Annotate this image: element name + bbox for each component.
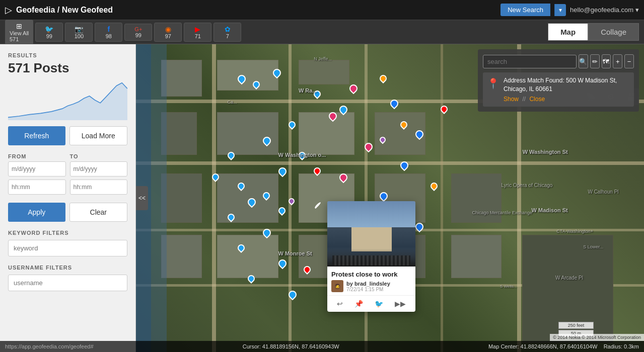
apply-button[interactable]: Apply [8, 203, 65, 222]
map-layers-button[interactable]: 🗺 [602, 54, 611, 68]
status-center: Map Center: 41.88248666N, 87.64016104W R… [488, 343, 639, 349]
panoramio-count: 97 [165, 33, 171, 39]
post-popup: Protest close to work 🧔 by brad_lindsley… [327, 201, 415, 312]
map-area[interactable]: << [136, 44, 644, 352]
to-date-input[interactable] [70, 161, 128, 177]
tab-instagram[interactable]: 📷 100 [65, 23, 93, 42]
post-popup-image [327, 201, 415, 267]
twitter-count: 99 [46, 33, 52, 39]
map-zoom-out-button[interactable]: − [624, 54, 634, 68]
popup-pin-button[interactable]: 📌 [351, 299, 366, 309]
address-info: Address Match Found: 500 W Madison St, C… [504, 76, 630, 103]
map-search-input[interactable] [483, 55, 577, 68]
logo-icon: ▷ [5, 5, 12, 16]
new-search-dropdown-button[interactable]: ▾ [554, 4, 566, 16]
username-value: brad_lindsley [354, 281, 390, 287]
keyword-input[interactable] [8, 240, 127, 256]
by-label: by [346, 281, 353, 287]
to-label: TO [70, 153, 128, 159]
results-label: RESULTS [8, 52, 127, 58]
tab-twitter[interactable]: 🐦 99 [35, 23, 63, 42]
results-count: 571 Posts [8, 60, 127, 76]
twitter-icon: 🐦 [45, 25, 53, 33]
tab-facebook[interactable]: f 98 [95, 23, 122, 42]
sidebar: RESULTS 571 Posts Refresh Load More FROM… [0, 44, 136, 352]
tab-view-all[interactable]: ⊞ View All571 [5, 20, 33, 45]
panoramio-icon: ◉ [165, 25, 171, 33]
from-date-input[interactable] [8, 161, 66, 177]
header-title: Geofeedia / New Geofeed [16, 6, 113, 15]
post-popup-user-info: by brad_lindsley 7/22/14 1:15 PM [346, 281, 390, 292]
address-separator: // [522, 96, 526, 103]
tab-google[interactable]: G+ 99 [124, 24, 152, 41]
date-labels: FROM TO [8, 153, 127, 159]
user-chevron-icon: ▾ [635, 6, 639, 14]
popup-reply-button[interactable]: ↩ [334, 299, 346, 309]
new-search-button[interactable]: New Search [500, 4, 550, 16]
viewall-count: View All571 [10, 30, 29, 42]
from-date-group [8, 161, 66, 195]
address-pin-icon: 📍 [487, 77, 499, 90]
to-date-group [70, 161, 128, 195]
address-show-link[interactable]: Show [504, 96, 519, 103]
status-cursor: Cursor: 41.88189156N, 87.64160943W [243, 343, 339, 349]
map-search-row: 🔍 ✏ 🗺 + − [483, 54, 634, 68]
facebook-icon: f [107, 25, 110, 33]
post-popup-title: Protest close to work [327, 267, 415, 280]
tab-youtube[interactable]: ▶ 71 [184, 23, 211, 42]
username-input[interactable] [8, 275, 127, 291]
popup-more-button[interactable]: ▶▶ [392, 299, 409, 309]
tab-bar: ⊞ View All571 🐦 99 📷 100 f 98 G+ 99 ◉ 97… [0, 20, 644, 44]
scale-250ft: 250 feet [558, 322, 594, 329]
user-email: hello@geofeedia.com [570, 6, 633, 14]
from-time-input[interactable] [8, 180, 66, 195]
popup-share-button[interactable]: 🐦 [372, 299, 386, 309]
action-buttons: Refresh Load More [8, 126, 127, 145]
address-close-link[interactable]: Close [529, 96, 545, 103]
instagram-count: 100 [75, 33, 84, 39]
map-draw-button[interactable]: ✏ [590, 54, 600, 68]
youtube-count: 71 [195, 33, 201, 39]
header-right: New Search ▾ hello@geofeedia.com ▾ [500, 4, 639, 16]
clear-button[interactable]: Clear [69, 203, 128, 222]
tab-panoramio[interactable]: ◉ 97 [154, 23, 182, 42]
activity-chart [8, 80, 127, 120]
address-text: Address Match Found: 500 W Madison St, C… [504, 76, 630, 94]
post-popup-username: by brad_lindsley [346, 281, 390, 287]
picasa-count: 7 [226, 33, 229, 39]
youtube-icon: ▶ [195, 25, 200, 33]
status-url: https://app.geofeedia.com/geofeed# [5, 343, 94, 349]
keyword-filters-label: KEYWORD FILTERS [8, 230, 127, 236]
address-match: 📍 Address Match Found: 500 W Madison St,… [483, 72, 634, 107]
protest-crowd-image [327, 201, 415, 267]
to-time-input[interactable] [70, 180, 128, 195]
from-label: FROM [8, 153, 66, 159]
username-filters-label: USERNAME FILTERS [8, 265, 127, 271]
main-tabs: Map Collage [548, 23, 639, 41]
load-more-button[interactable]: Load More [69, 126, 128, 145]
user-menu[interactable]: hello@geofeedia.com ▾ [570, 6, 639, 14]
google-icon: G+ [134, 26, 142, 32]
refresh-button[interactable]: Refresh [8, 126, 65, 145]
facebook-count: 98 [106, 33, 112, 39]
map-zoom-in-button[interactable]: + [613, 54, 622, 68]
tab-map[interactable]: Map [548, 23, 588, 41]
post-popup-avatar: 🧔 [331, 280, 343, 292]
apply-clear-row: Apply Clear [8, 203, 127, 222]
address-actions: Show // Close [504, 96, 630, 103]
viewall-icon: ⊞ [16, 22, 22, 30]
copyright-bar: © 2014 Nokia © 2014 Microsoft Corporatio… [550, 334, 644, 341]
content: RESULTS 571 Posts Refresh Load More FROM… [0, 44, 644, 352]
header-left: ▷ Geofeedia / New Geofeed [5, 5, 113, 16]
status-bar: https://app.geofeedia.com/geofeed# Curso… [0, 341, 644, 352]
tab-picasa[interactable]: ✿ 7 [213, 23, 241, 42]
collapse-sidebar-button[interactable]: << [136, 186, 148, 210]
picasa-icon: ✿ [225, 25, 231, 33]
post-popup-date: 7/22/14 1:15 PM [346, 287, 390, 292]
tab-collage[interactable]: Collage [588, 23, 639, 41]
date-section [8, 161, 127, 195]
post-popup-user-row: 🧔 by brad_lindsley 7/22/14 1:15 PM [327, 280, 415, 296]
map-search-button[interactable]: 🔍 [579, 54, 588, 68]
instagram-icon: 📷 [75, 25, 83, 33]
post-popup-actions: ↩ 📌 🐦 ▶▶ [327, 296, 415, 312]
